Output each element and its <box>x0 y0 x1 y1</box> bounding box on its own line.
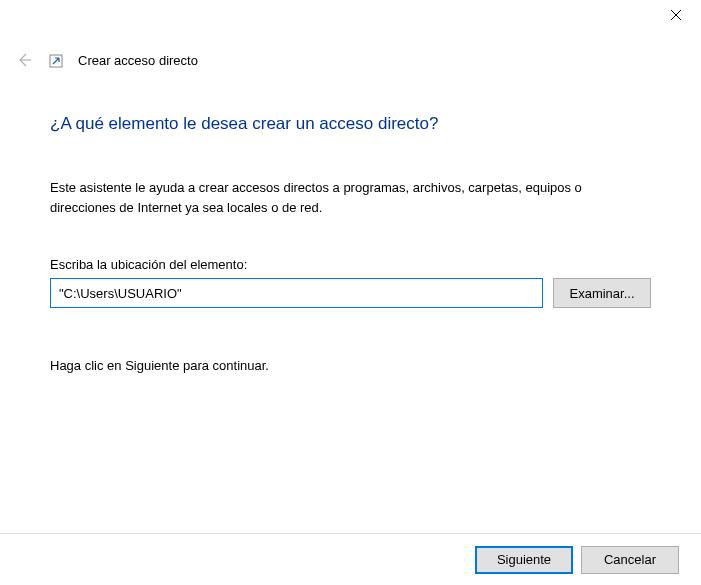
back-button[interactable] <box>14 50 34 70</box>
wizard-content: ¿A qué elemento le desea crear un acceso… <box>0 70 701 373</box>
wizard-header: Crear acceso directo <box>0 32 701 70</box>
close-button[interactable] <box>669 8 683 22</box>
cancel-button[interactable]: Cancelar <box>581 546 679 574</box>
close-icon <box>670 9 682 21</box>
location-row: Examinar... <box>50 278 651 308</box>
location-input[interactable] <box>50 278 543 308</box>
wizard-title: Crear acceso directo <box>78 53 198 68</box>
browse-button[interactable]: Examinar... <box>553 278 651 308</box>
back-arrow-icon <box>15 51 33 69</box>
page-heading: ¿A qué elemento le desea crear un acceso… <box>50 114 651 134</box>
titlebar <box>0 0 701 32</box>
next-button[interactable]: Siguiente <box>475 546 573 574</box>
location-label: Escriba la ubicación del elemento: <box>50 257 651 272</box>
wizard-footer: Siguiente Cancelar <box>0 533 701 585</box>
page-description: Este asistente le ayuda a crear accesos … <box>50 178 651 217</box>
continue-instruction: Haga clic en Siguiente para continuar. <box>50 358 651 373</box>
shortcut-icon <box>48 53 64 69</box>
